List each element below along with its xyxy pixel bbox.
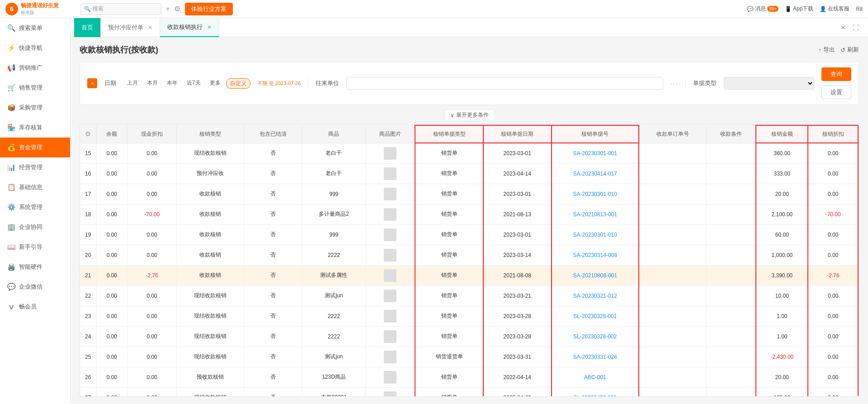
counterparty-input[interactable] <box>346 77 663 90</box>
date-btn-more[interactable]: 更多 <box>206 78 224 89</box>
bill-no-link[interactable]: SL-20230328-001 <box>573 313 617 319</box>
cell-goods-img <box>366 184 415 204</box>
cell-bill-no[interactable]: SL-20230328-001 <box>552 306 639 326</box>
bill-no-link[interactable]: ABC-001 <box>584 374 606 380</box>
sidebar-item-basic-info[interactable]: 📋 基础信息 <box>0 177 70 197</box>
bill-no-link[interactable]: SA-20230301-010 <box>573 191 617 197</box>
refresh-btn[interactable]: ↺ 刷新 <box>840 46 859 54</box>
filter-expand-btn[interactable]: » <box>87 78 97 88</box>
app-download-btn[interactable]: 📱 App下载 <box>785 5 813 13</box>
bill-no-link[interactable]: SL-20230408-001 <box>573 394 617 397</box>
cell-bill-type: 销货单 <box>415 306 483 326</box>
tab-close-receipt[interactable]: ✕ <box>207 24 212 30</box>
table-row: 25 0.00 0.00 现结收款核销 否 测试jun 销货退货单 2023-0… <box>80 347 858 367</box>
tab-close-prepay[interactable]: ✕ <box>148 24 152 31</box>
date-btn-7days[interactable]: 近7天 <box>183 78 204 89</box>
system-icon: ⚙️ <box>7 203 15 211</box>
sidebar-item-business[interactable]: 📊 经营管理 <box>0 157 70 177</box>
cell-balance: 0.00 <box>96 285 127 306</box>
online-service-btn[interactable]: 👤 在线客服 <box>820 5 849 13</box>
sidebar-item-newbie[interactable]: 📖 新手引导 <box>0 237 70 257</box>
cell-writeoff-amount: 360.00 <box>756 143 808 163</box>
page-header-actions: ↑ 导出 ↺ 刷新 <box>819 46 859 54</box>
bill-type-select[interactable] <box>724 77 814 90</box>
table-row: 18 0.00 -70.00 收款核销 否 多计量商品2 销货单 2021-08… <box>80 204 858 224</box>
date-buttons: 上月 本月 本年 近7天 更多 自定义 <box>123 78 250 89</box>
tab-close-all-btn[interactable]: ✕ <box>838 23 848 33</box>
sidebar-item-quick-nav[interactable]: ⚡ 快捷导航 <box>0 38 70 58</box>
sidebar-item-search[interactable]: 🔍 搜索菜单 <box>0 18 70 38</box>
th-settings[interactable]: ⚙ <box>80 125 96 143</box>
cell-balance: 0.00 <box>96 184 127 204</box>
cell-no: 21 <box>80 265 96 285</box>
cell-bill-no[interactable]: SL-20230328-002 <box>552 326 639 347</box>
settings-gear-icon[interactable]: ⚙ <box>85 130 91 138</box>
cell-bill-no[interactable]: SL-20230408-001 <box>552 387 639 397</box>
sidebar-item-smart-hw[interactable]: 🖨️ 智能硬件 <box>0 257 70 277</box>
filter-divider-2 <box>685 79 686 88</box>
date-btn-custom[interactable]: 自定义 <box>226 78 250 89</box>
bill-no-link[interactable]: SA-20230314-008 <box>573 252 617 258</box>
purchase-icon: 📦 <box>7 104 15 112</box>
cell-writeoff-discount: 0.00 <box>808 163 858 184</box>
cell-bill-no[interactable]: SA-20230301-010 <box>552 184 639 204</box>
expand-more-btn[interactable]: ∨ 展开更多条件 <box>444 109 495 121</box>
cell-include-settled: 否 <box>244 326 302 347</box>
bill-no-link[interactable]: SA-20230301-010 <box>573 232 617 238</box>
export-icon: ↑ <box>819 47 822 53</box>
cell-cash-discount: 0.00 <box>127 387 177 397</box>
cell-cash-discount: 0.00 <box>127 367 177 387</box>
sidebar-item-purchase[interactable]: 📦 采购管理 <box>0 98 70 118</box>
industry-btn[interactable]: 体验行业方案 <box>185 3 233 15</box>
cell-bill-no[interactable]: SA-20210813-001 <box>552 204 639 224</box>
bill-no-link[interactable]: SL-20230328-002 <box>573 333 617 340</box>
cell-bill-no[interactable]: SA-20230301-010 <box>552 224 639 245</box>
sidebar: 🔍 搜索菜单 ⚡ 快捷导航 📢 营销推广 🛒 销售管理 📦 采购管理 🏪 库存核… <box>0 18 71 404</box>
dropdown-icon[interactable]: ▾ <box>166 5 170 13</box>
export-btn[interactable]: ↑ 导出 <box>819 46 835 54</box>
top-bar-actions: 💬 消息 99+ 📱 App下载 👤 在线客服 Rit <box>747 5 863 13</box>
cell-bill-no[interactable]: SA-20230301-001 <box>552 143 639 163</box>
tab-home[interactable]: 首页 <box>74 18 101 37</box>
sidebar-item-enterprise[interactable]: 🏢 企业协同 <box>0 217 70 237</box>
sidebar-item-marketing[interactable]: 📢 营销推广 <box>0 58 70 78</box>
bill-no-link[interactable]: SA-20230321-012 <box>573 293 617 299</box>
cell-cash-discount: 0.00 <box>127 184 177 204</box>
cell-balance: 0.00 <box>96 347 127 367</box>
bill-no-link[interactable]: SA-20210813-001 <box>573 211 617 218</box>
tab-prepay-offset[interactable]: 预付冲应付单 ✕ <box>101 18 160 37</box>
cell-bill-no[interactable]: SA-20230314-008 <box>552 245 639 265</box>
cell-bill-date: 2023-03-21 <box>483 285 552 306</box>
settings-icon[interactable]: ⚙ <box>174 5 180 13</box>
sidebar-item-sales[interactable]: 🛒 销售管理 <box>0 78 70 98</box>
sidebar-item-finance[interactable]: 💰 资金管理 <box>0 138 70 157</box>
cell-bill-no[interactable]: SA-20210808-001 <box>552 265 639 285</box>
cell-bill-no[interactable]: SA-20230331-026 <box>552 347 639 367</box>
messages-btn[interactable]: 💬 消息 99+ <box>747 5 778 13</box>
bill-no-link[interactable]: SA-20230414-017 <box>573 171 617 177</box>
cell-balance: 0.00 <box>96 204 127 224</box>
bill-no-link[interactable]: SA-20210808-001 <box>573 272 617 279</box>
basic-info-icon: 📋 <box>7 183 15 191</box>
date-btn-this-year[interactable]: 本年 <box>163 78 181 89</box>
cell-writeoff-amount: 20.00 <box>756 367 808 387</box>
bill-no-link[interactable]: SA-20230301-001 <box>573 150 617 157</box>
query-btn[interactable]: 查询 <box>821 67 851 81</box>
cell-bill-no[interactable]: SA-20230321-012 <box>552 285 639 306</box>
tab-expand-btn[interactable]: ⛶ <box>851 23 861 33</box>
date-btn-this-month[interactable]: 本月 <box>143 78 161 89</box>
settings-btn[interactable]: 设置 <box>821 86 851 99</box>
sidebar-item-inventory[interactable]: 🏪 库存核算 <box>0 118 70 138</box>
sidebar-item-wechat[interactable]: 💬 企业微信 <box>0 277 70 297</box>
cell-receipt-condition <box>707 347 756 367</box>
cell-bill-no[interactable]: SA-20230414-017 <box>552 163 639 184</box>
bill-no-link[interactable]: SA-20230331-026 <box>573 354 617 360</box>
cell-bill-no[interactable]: ABC-001 <box>552 367 639 387</box>
tab-receipt-writeoff[interactable]: 收款核销执行 ✕ <box>160 18 219 37</box>
cell-goods: 2222 <box>302 306 365 326</box>
sidebar-item-member[interactable]: V 畅会员 <box>0 297 70 317</box>
sidebar-item-system[interactable]: ⚙️ 系统管理 <box>0 197 70 217</box>
cell-writeoff-discount: 0.00 <box>808 326 858 347</box>
bill-type-label: 单据类型 <box>693 79 717 87</box>
date-btn-last-month[interactable]: 上月 <box>123 78 142 89</box>
